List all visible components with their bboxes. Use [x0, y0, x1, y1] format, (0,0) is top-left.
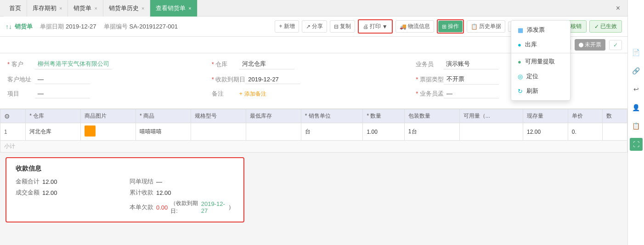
tab-inventory-init[interactable]: 库存期初 ×: [27, 0, 68, 17]
customer-field: 客户 柳州粤港平安气体有限公司: [7, 59, 212, 69]
doc-type-label: 销货单: [15, 23, 33, 31]
row-amount: [603, 123, 627, 141]
tab-view-sales[interactable]: 查看销货单 ×: [150, 0, 197, 17]
logistics-icon: 🚚: [400, 23, 407, 30]
row-product: 嘻嘻嘻嘻: [136, 123, 191, 141]
project-field: 项目 —: [7, 89, 212, 98]
project-value: —: [35, 89, 90, 98]
sidebar-icon-link[interactable]: 🔗: [630, 64, 643, 77]
sidebar-icon-undo[interactable]: ↩: [630, 83, 643, 96]
row-spec: [191, 123, 246, 141]
history-icon: 📋: [471, 23, 478, 30]
operate-highlight-box: ⊞ 操作: [437, 19, 464, 34]
col-gear[interactable]: ⚙: [0, 109, 26, 123]
copy-button[interactable]: ⊟ 复制: [330, 20, 355, 33]
warehouse-value: 河北仓库: [239, 59, 294, 69]
add-invoice-item[interactable]: ▦ 添发票: [511, 23, 570, 37]
outbound-icon: ●: [518, 41, 521, 48]
tab-home[interactable]: 首页: [4, 0, 27, 17]
total-amount-row: 金额合计 12.00: [16, 177, 120, 186]
available-qty-item[interactable]: ● 可用量提取: [511, 54, 570, 69]
window-close-button[interactable]: ×: [612, 4, 624, 12]
effective-button[interactable]: ✓ 已生效: [589, 20, 622, 33]
due-payment-date: 2019-12-27: [201, 200, 226, 214]
subtotal-label: 小计: [0, 141, 627, 153]
copy-icon: ⊟: [334, 23, 339, 30]
confirm-button[interactable]: ✓: [609, 40, 622, 50]
locate-icon: ◎: [518, 73, 523, 80]
operate-icon: ⊞: [442, 23, 446, 30]
same-order-row: 同单现结 —: [130, 177, 234, 186]
print-button[interactable]: 🖨 打印 ▼: [359, 21, 391, 32]
staff-value: 演示账号: [443, 59, 498, 69]
row-num: 1: [0, 123, 26, 141]
tab-view-sales-close[interactable]: ×: [188, 6, 191, 11]
due-date-value: 2019-12-27: [245, 75, 300, 84]
col-pack-qty: 包装数量: [404, 109, 459, 123]
address-field: 客户地址 —: [7, 75, 212, 84]
sidebar-icon-doc[interactable]: 📄: [630, 46, 643, 59]
right-sidebar: 📄 🔗 ↩ 👤 📋 ⛶: [627, 0, 644, 227]
tab-sales-order-close[interactable]: ×: [94, 6, 97, 11]
tab-inventory-init-close[interactable]: ×: [59, 6, 62, 11]
print-highlight-box: 🖨 打印 ▼: [358, 19, 393, 34]
add-icon: +: [239, 91, 243, 97]
add-note-button[interactable]: + 添加备注: [239, 90, 266, 98]
col-qty: * 数量: [363, 109, 404, 123]
print-icon: 🖨: [363, 23, 368, 30]
col-price: 单价: [568, 109, 603, 123]
refresh-icon: ↻: [518, 88, 523, 95]
history-button[interactable]: 📋 历史单据: [467, 20, 505, 33]
tab-sales-order[interactable]: 销货单 ×: [68, 0, 103, 17]
due-payment-end: ）: [228, 203, 234, 211]
locate-item[interactable]: ◎ 定位: [511, 69, 570, 84]
operate-button[interactable]: ⊞ 操作: [438, 21, 463, 32]
address-value: —: [35, 75, 90, 84]
tab-bar: 首页 库存期初 × 销货单 × 销货单历史 × 查看销货单 × ×: [0, 0, 627, 17]
sidebar-icon-clipboard[interactable]: 📋: [630, 120, 643, 132]
doc-date: 2019-12-27: [66, 23, 96, 30]
warehouse-field: 仓库 河北仓库: [212, 59, 416, 69]
due-date-field: 收款到期日 2019-12-27: [212, 75, 416, 84]
customer-value[interactable]: 柳州粤港平安气体有限公司: [35, 59, 112, 69]
tab-sales-history-close[interactable]: ×: [141, 6, 144, 11]
accumulated-row: 累计收款 12.00: [130, 188, 234, 197]
col-spec: 规格型号: [191, 109, 246, 123]
sidebar-icon-user[interactable]: 👤: [630, 101, 643, 114]
deal-amount-value: 12.00: [42, 189, 57, 196]
logistics-button[interactable]: 🚚 物流信息: [395, 20, 434, 33]
col-current-stock: 现存量: [523, 109, 568, 123]
dropdown-divider: [511, 53, 570, 53]
row-min-stock: [246, 123, 301, 141]
print-dropdown-icon: ▼: [382, 23, 388, 30]
row-unit: 台: [301, 123, 363, 141]
col-img: 商品图片: [81, 109, 136, 123]
share-icon: ↗: [306, 23, 311, 30]
share-button[interactable]: ↗ 分享: [302, 20, 327, 33]
due-payment-note: （收款到期日:: [170, 199, 198, 215]
row-current-stock: 12.00: [523, 123, 568, 141]
add-button[interactable]: + 新增: [275, 20, 299, 33]
row-img: [81, 123, 136, 141]
tab-sales-history[interactable]: 销货单历史 ×: [103, 0, 150, 17]
not-open-button[interactable]: 未开票: [575, 39, 605, 51]
check-icon2: ✓: [594, 23, 599, 30]
operate-dropdown: ▦ 添发票 ● 出库 ● 可用量提取 ◎ 定位 ↻ 刷新: [511, 20, 571, 101]
deal-amount-row: 成交金额 12.00: [16, 188, 120, 197]
table-row: 1 河北仓库 嘻嘻嘻嘻 台 1.00 1台 12.00 0.: [0, 123, 627, 141]
row-warehouse: 河北仓库: [26, 123, 81, 141]
doc-meta: 单据日期 2019-12-27 单据编号 SA-20191227-001: [40, 23, 178, 31]
refresh-item[interactable]: ↻ 刷新: [511, 84, 570, 98]
ticket-value: 不开票: [444, 74, 499, 85]
subtotal-row: 小计: [0, 141, 627, 153]
outbound-item[interactable]: ● 出库: [511, 37, 570, 52]
row-available: [459, 123, 523, 141]
sidebar-icon-expand[interactable]: ⛶: [630, 138, 643, 151]
due-payment-row: 本单欠款 0.00 （收款到期日: 2019-12-27 ）: [130, 199, 234, 215]
payment-title: 收款信息: [16, 165, 234, 173]
doc-type-icon: ↑↓ 销货单: [6, 23, 33, 31]
gear-icon: ⚙: [4, 113, 10, 120]
col-amount: 数: [603, 109, 627, 123]
due-payment-value: 0.00: [156, 204, 168, 211]
row-price: 0.: [568, 123, 603, 141]
